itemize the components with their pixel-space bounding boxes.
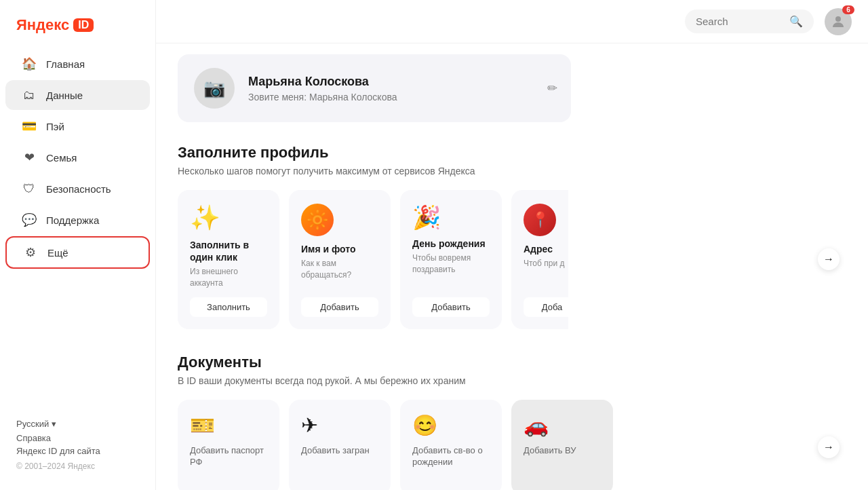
sidebar-item-label-family: Семья: [46, 152, 77, 164]
logo[interactable]: Яндекс ID: [0, 11, 155, 48]
svg-point-0: [835, 16, 841, 22]
main-content: 📷 Марьяна Колоскова Зовите меня: Марьяна…: [156, 0, 868, 490]
card-icon-2: 🎉: [412, 204, 490, 231]
copyright: © 2001–2024 Яндекс: [16, 461, 139, 471]
header: 🔍 6: [156, 0, 868, 43]
for-site-link[interactable]: Яндекс ID для сайта: [16, 446, 139, 456]
logo-yandex: Яндекс: [16, 16, 69, 34]
fill-profile-card-3: 📍 Адрес Чтоб при д Доба: [511, 190, 593, 329]
sidebar-item-label-more: Ещё: [47, 247, 68, 259]
profile-photo: 📷: [194, 68, 235, 109]
logo-id: ID: [73, 18, 94, 32]
fill-profile-cards: ✨ Заполнить в один клик Из внешнего акка…: [178, 190, 846, 329]
profile-subtitle: Зовите меня: Марьяна Колоскова: [248, 92, 397, 102]
sidebar-item-label-home: Главная: [46, 58, 85, 70]
pay-icon: 💳: [22, 119, 37, 134]
sidebar-item-label-security: Безопасность: [46, 183, 111, 195]
language-selector[interactable]: Русский ▾: [16, 419, 139, 429]
profile-name: Марьяна Колоскова: [248, 75, 397, 89]
card-icon-0: ✨: [190, 204, 267, 232]
fill-profile-subtitle: Несколько шагов помогут получить максиму…: [178, 166, 846, 176]
card-title-3: Адрес: [524, 243, 580, 255]
profile-info: Марьяна Колоскова Зовите меня: Марьяна К…: [248, 75, 397, 102]
sidebar: Яндекс ID 🏠 Главная 🗂 Данные 💳 Пэй ❤ Сем…: [0, 0, 156, 490]
sidebar-item-label-pay: Пэй: [46, 121, 64, 132]
card-title-2: День рождения: [412, 238, 490, 250]
documents-cards: 🎫 Добавить паспорт РФ ✈ Добавить загран …: [178, 400, 846, 490]
card-desc-3: Чтоб при д: [524, 258, 580, 269]
sidebar-footer: Русский ▾ Справка Яндекс ID для сайта © …: [0, 411, 155, 479]
sidebar-item-more[interactable]: ⚙ Ещё: [5, 236, 150, 269]
doc-card-2: 😊 Добавить св-во о рождении: [400, 400, 502, 490]
doc-icon-3: 🚗: [524, 413, 549, 437]
doc-card-1: ✈ Добавить загран: [289, 400, 391, 490]
sidebar-item-security[interactable]: 🛡 Безопасность: [5, 174, 150, 204]
profile-card: 📷 Марьяна Колоскова Зовите меня: Марьяна…: [178, 54, 571, 122]
sidebar-item-label-support: Поддержка: [46, 214, 99, 226]
card-desc-2: Чтобы вовремя поздравить: [412, 252, 490, 276]
doc-card-3: 🚗 Добавить ВУ: [511, 400, 613, 490]
card-icon-1: 🔆: [301, 204, 378, 236]
family-icon: ❤: [22, 150, 37, 165]
doc-icon-1: ✈: [301, 413, 318, 437]
sidebar-item-family[interactable]: ❤ Семья: [5, 143, 150, 172]
card-btn-3[interactable]: Доба: [524, 297, 580, 317]
fill-profile-card-2: 🎉 День рождения Чтобы вовремя поздравить…: [400, 190, 502, 329]
notification-badge: 6: [842, 5, 854, 14]
card-btn-1[interactable]: Добавить: [301, 297, 378, 317]
doc-label-1: Добавить загран: [301, 445, 370, 457]
documents-title: Документы: [178, 354, 846, 371]
card-title-1: Имя и фото: [301, 243, 378, 255]
nav-items: 🏠 Главная 🗂 Данные 💳 Пэй ❤ Семья 🛡 Безоп…: [0, 48, 155, 411]
card-desc-0: Из внешнего аккаунта: [190, 266, 267, 289]
avatar-wrap[interactable]: 6: [825, 8, 852, 35]
fill-profile-card-0: ✨ Заполнить в один клик Из внешнего акка…: [178, 190, 279, 329]
search-input[interactable]: [696, 16, 784, 27]
doc-label-3: Добавить ВУ: [524, 445, 576, 457]
support-icon: 💬: [22, 212, 37, 227]
sidebar-item-label-data: Данные: [46, 90, 83, 101]
sidebar-item-pay[interactable]: 💳 Пэй: [5, 111, 150, 141]
card-desc-1: Как к вам обращаться?: [301, 258, 378, 281]
doc-label-0: Добавить паспорт РФ: [190, 445, 267, 468]
security-icon: 🛡: [22, 181, 37, 196]
documents-subtitle: В ID ваши документы всегда под рукой. А …: [178, 375, 846, 386]
doc-icon-2: 😊: [412, 413, 437, 437]
doc-card-0: 🎫 Добавить паспорт РФ: [178, 400, 279, 490]
fill-profile-card-1: 🔆 Имя и фото Как к вам обращаться? Добав…: [289, 190, 391, 329]
chevron-down-icon: ▾: [52, 419, 56, 429]
fill-profile-next-arrow[interactable]: →: [818, 248, 840, 270]
fill-profile-title: Заполните профиль: [178, 144, 846, 162]
help-link[interactable]: Справка: [16, 433, 139, 443]
more-icon: ⚙: [23, 245, 38, 260]
card-icon-3: 📍: [524, 204, 580, 236]
card-btn-2[interactable]: Добавить: [412, 297, 490, 317]
doc-label-2: Добавить св-во о рождении: [412, 445, 490, 468]
home-icon: 🏠: [22, 56, 37, 71]
sidebar-item-data[interactable]: 🗂 Данные: [5, 80, 150, 110]
card-title-0: Заполнить в один клик: [190, 239, 267, 263]
search-bar[interactable]: 🔍: [685, 10, 814, 33]
language-label: Русский: [16, 419, 49, 429]
docs-next-arrow[interactable]: →: [818, 436, 840, 458]
sidebar-item-support[interactable]: 💬 Поддержка: [5, 205, 150, 235]
doc-icon-0: 🎫: [190, 413, 215, 437]
card-btn-0[interactable]: Заполнить: [190, 297, 267, 317]
search-icon: 🔍: [789, 15, 803, 28]
data-icon: 🗂: [22, 88, 37, 102]
sidebar-item-home[interactable]: 🏠 Главная: [5, 49, 150, 79]
profile-edit-button[interactable]: ✏: [547, 81, 557, 96]
